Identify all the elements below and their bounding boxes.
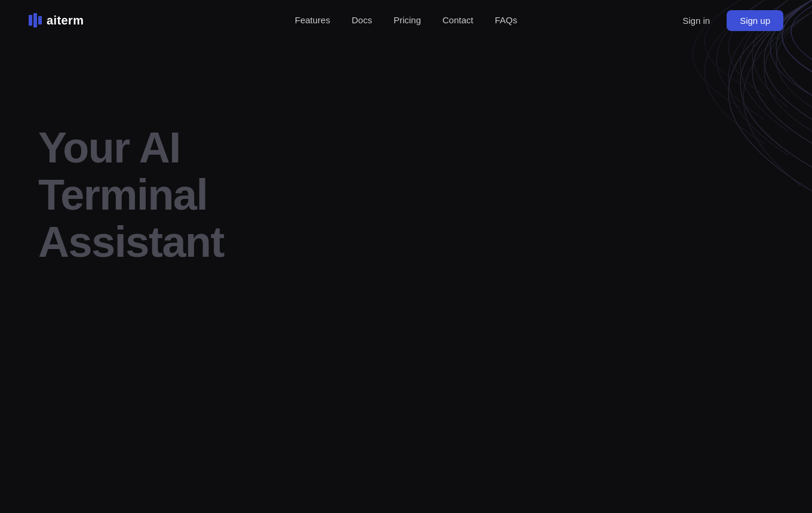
nav-actions: Sign in Sign up <box>675 10 783 31</box>
logo-bar-1 <box>29 15 32 26</box>
logo-bar-3 <box>38 16 42 24</box>
logo-text: aiterm <box>47 14 84 27</box>
nav-item-features[interactable]: Features <box>295 15 330 26</box>
sign-in-button[interactable]: Sign in <box>675 11 717 30</box>
nav-item-contact[interactable]: Contact <box>442 15 473 26</box>
hero-title: Your AI Terminal Assistant <box>38 124 349 266</box>
logo[interactable]: aiterm <box>29 13 84 27</box>
sign-up-button[interactable]: Sign up <box>727 10 783 31</box>
navbar: aiterm Features Docs Pricing Contact FAQ… <box>0 0 812 41</box>
hero-section: Your AI Terminal Assistant <box>0 41 812 266</box>
nav-links: Features Docs Pricing Contact FAQs <box>295 15 517 26</box>
nav-link-docs[interactable]: Docs <box>352 15 372 25</box>
nav-link-pricing[interactable]: Pricing <box>393 15 421 25</box>
hero-title-line1: Your AI Terminal <box>38 124 207 219</box>
nav-link-features[interactable]: Features <box>295 15 330 25</box>
nav-link-faqs[interactable]: FAQs <box>495 15 518 25</box>
logo-bar-2 <box>33 13 37 27</box>
hero-title-line2: Assistant <box>38 218 224 266</box>
nav-item-pricing[interactable]: Pricing <box>393 15 421 26</box>
nav-item-docs[interactable]: Docs <box>352 15 372 26</box>
nav-item-faqs[interactable]: FAQs <box>495 15 518 26</box>
nav-link-contact[interactable]: Contact <box>442 15 473 25</box>
logo-icon <box>29 13 42 27</box>
